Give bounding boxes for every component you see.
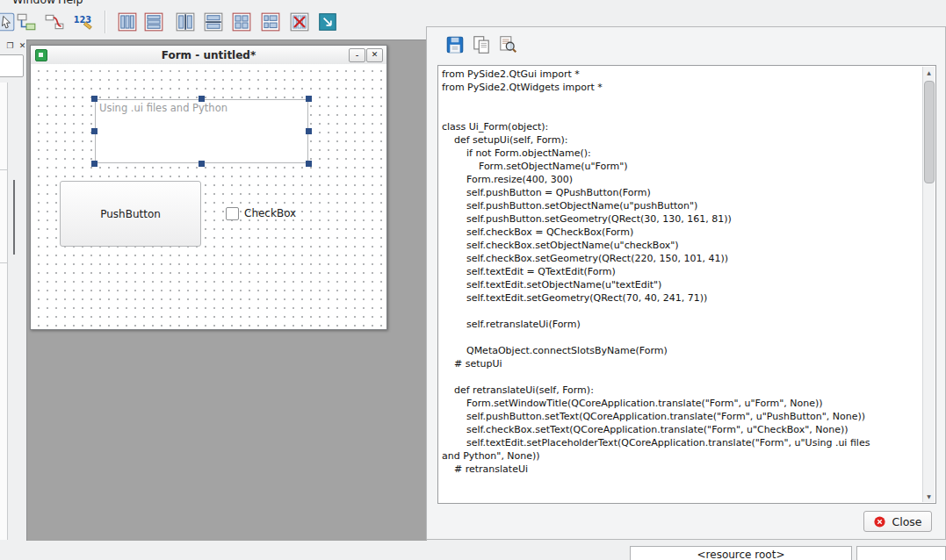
selection-handle[interactable] [306,128,312,134]
code-line: self.retranslateUi(Form) [442,318,921,331]
toolbar-separator [105,11,106,33]
form-designer-window[interactable]: Form - untitled* - ✕ Using .ui files and… [30,45,387,330]
code-line: self.checkBox = QCheckBox(Form) [442,226,921,239]
widget-box-separator [0,169,7,170]
layout-vertical-splitter-icon[interactable] [203,11,224,32]
menubar: Window Help [0,0,264,7]
layout-grid-icon[interactable] [231,11,252,32]
close-circle-icon [873,515,886,528]
code-view[interactable]: from PySide2.QtGui import *from PySide2.… [437,65,936,504]
edit-tab-order-icon[interactable]: 123 [72,11,93,32]
copy-icon[interactable] [471,34,492,55]
code-line: self.pushButton.setText(QCoreApplication… [442,410,921,423]
code-line: self.checkBox.setObjectName(u"checkBox") [442,239,921,252]
code-line: self.pushButton.setObjectName(u"pushButt… [442,199,921,212]
layout-horizontal-splitter-icon[interactable] [175,11,196,32]
code-line: # setupUi [442,357,921,370]
layout-vertical-icon[interactable] [143,11,164,32]
scrollbar-thumb[interactable] [924,81,935,183]
resource-panel-fragment [856,546,946,560]
menu-window[interactable]: Window [12,0,55,6]
code-line: self.textEdit = QTextEdit(Form) [442,265,921,278]
selection-handle[interactable] [91,96,97,102]
pushbutton-widget[interactable]: PushButton [60,181,201,247]
code-line: def setupUi(self, Form): [442,133,921,147]
code-line: self.pushButton.setGeometry(QRect(30, 13… [442,212,921,226]
checkbox-widget[interactable]: CheckBox [226,202,296,225]
close-button[interactable]: Close [863,511,932,532]
scroll-down-icon[interactable]: ▼ [923,491,935,502]
widget-box-separator [0,262,7,263]
widget-box-list-fragment [0,83,8,540]
code-line: self.textEdit.setObjectName(u"textEdit") [442,278,921,291]
code-line [442,370,921,384]
code-line: def retranslateUi(self, Form): [442,384,921,397]
edit-widgets-icon[interactable] [0,11,16,32]
form-window-title: Form - untitled* [31,49,386,61]
find-icon[interactable] [497,34,518,55]
selection-handle[interactable] [199,96,205,102]
textedit-placeholder: Using .ui files and Python [99,102,227,114]
edit-signals-slots-icon[interactable] [16,11,37,32]
selection-handle[interactable] [199,161,205,167]
selection-handle[interactable] [306,161,312,167]
checkbox-label: CheckBox [244,207,296,219]
code-line: self.textEdit.setPlaceholderText(QCoreAp… [442,436,921,449]
code-preview-dialog: from PySide2.QtGui import *from PySide2.… [426,26,946,540]
selection-handle[interactable] [306,96,312,102]
code-line: from PySide2.QtGui import * [442,68,921,81]
code-line: Form.setWindowTitle(QCoreApplication.tra… [442,397,921,410]
selection-handle[interactable] [91,161,97,167]
resource-root-item[interactable]: <resource root> [630,546,852,560]
code-line [442,305,921,318]
form-canvas[interactable]: Using .ui files and Python PushButton Ch… [31,64,386,329]
menu-help[interactable]: Help [58,0,83,6]
code-line: if not Form.objectName(): [442,147,921,160]
break-layout-icon[interactable] [289,11,310,32]
code-line: self.textEdit.setGeometry(QRect(70, 40, … [442,291,921,305]
edit-buddies-icon[interactable] [44,11,65,32]
code-line: from PySide2.QtWidgets import * [442,81,921,94]
checkbox-indicator[interactable] [226,207,239,220]
code-line: QMetaObject.connectSlotsByName(Form) [442,344,921,357]
code-line [442,107,921,120]
svg-text:123: 123 [74,15,92,25]
form-close-button[interactable]: ✕ [366,48,383,62]
widget-box-scrollbar[interactable] [13,180,15,255]
code-line: Form.setObjectName(u"Form") [442,160,921,173]
scroll-up-icon[interactable]: ▲ [923,67,935,78]
code-line: # retranslateUi [442,463,921,476]
code-line: self.checkBox.setText(QCoreApplication.t… [442,423,921,436]
code-lines: from PySide2.QtGui import *from PySide2.… [442,68,921,476]
form-window-titlebar[interactable]: Form - untitled* - ✕ [31,46,386,65]
code-line: Form.resize(400, 300) [442,173,921,186]
form-minimize-button[interactable]: - [349,48,365,62]
widget-filter-input[interactable] [0,54,24,77]
mdi-area: Form - untitled* - ✕ Using .ui files and… [26,39,427,541]
save-icon[interactable] [444,34,466,55]
code-line: class Ui_Form(object): [442,120,921,133]
code-line: self.pushButton = QPushButton(Form) [442,186,921,199]
qt-designer-window: Window Help 123 [0,0,946,560]
close-button-label: Close [892,515,921,528]
layout-form-icon[interactable] [260,11,281,32]
code-line [442,94,921,107]
layout-horizontal-icon[interactable] [117,11,138,32]
code-line: self.checkBox.setGeometry(QRect(220, 150… [442,252,921,265]
code-line: and Python", None)) [442,449,921,463]
selection-handle[interactable] [91,128,97,134]
code-vertical-scrollbar[interactable]: ▲ ▼ [922,67,935,502]
code-line [442,331,921,344]
dock-float-icon[interactable]: ❐ [4,40,16,52]
adjust-size-icon[interactable] [317,11,338,32]
textedit-widget[interactable]: Using .ui files and Python [95,99,308,163]
